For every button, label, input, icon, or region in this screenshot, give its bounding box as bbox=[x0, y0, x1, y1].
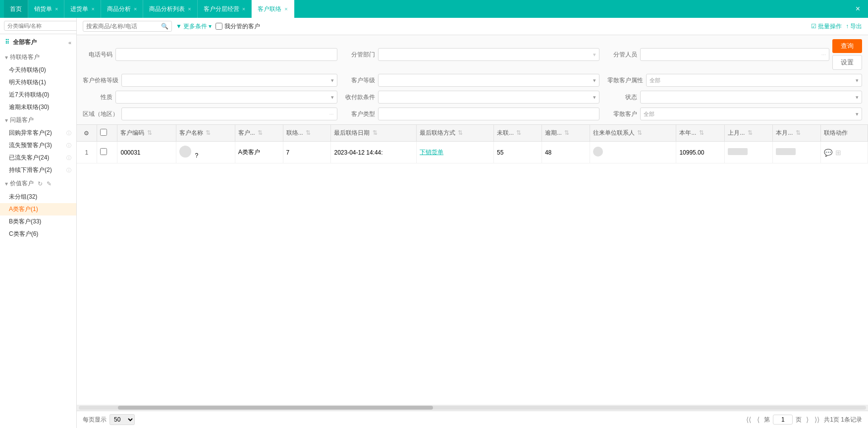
sidebar-item-churned[interactable]: 已流失客户(24) ⓘ bbox=[0, 152, 76, 164]
filter-phone-input[interactable] bbox=[115, 48, 337, 61]
th-last-contact-date[interactable]: 最后联络日期 ⇅ bbox=[331, 125, 417, 142]
filter-row-customer-level: 客户等级 ▾ bbox=[345, 74, 600, 87]
th-code[interactable]: 客户编码 ⇅ bbox=[117, 125, 176, 142]
tab-customer-contact-close[interactable]: × bbox=[284, 6, 287, 12]
last-page-btn[interactable]: ⟩⟩ bbox=[813, 416, 821, 424]
qr-icon[interactable]: ⊞ bbox=[835, 149, 841, 157]
arrow-icon-problem: ▾ bbox=[5, 117, 8, 124]
my-customers-checkbox[interactable]: 我分管的客户 bbox=[216, 22, 260, 31]
footer-left: 每页显示 50 20 100 bbox=[83, 414, 135, 425]
export-btn[interactable]: ↑ 导出 bbox=[846, 22, 862, 31]
th-overdue[interactable]: 逾期... ⇅ bbox=[542, 125, 590, 142]
tab-goods-list-close[interactable]: × bbox=[188, 6, 191, 12]
tab-customer-contact[interactable]: 客户联络 × bbox=[252, 0, 294, 18]
tab-goods-analysis-close[interactable]: × bbox=[134, 6, 137, 12]
sidebar-item-churn-warning[interactable]: 流失预警客户(3) ⓘ bbox=[0, 139, 76, 152]
filter-customer-type-input[interactable] bbox=[378, 107, 600, 120]
close-all-button[interactable]: × bbox=[852, 4, 864, 13]
tab-purchase[interactable]: 进货单 × bbox=[64, 0, 101, 18]
sidebar-item-a-class[interactable]: A类客户(1) bbox=[0, 203, 76, 215]
next-page-btn[interactable]: ⟩ bbox=[805, 416, 810, 424]
select-all-checkbox[interactable] bbox=[100, 129, 107, 136]
last-month-placeholder bbox=[728, 148, 748, 155]
sidebar-item-c-class[interactable]: C类客户(6) bbox=[0, 228, 76, 240]
filter-payment-select[interactable]: ▾ bbox=[378, 91, 600, 104]
sidebar-item-repurchase-abnormal[interactable]: 回购异常客户(2) ⓘ bbox=[0, 127, 76, 139]
settings-button[interactable]: 设置 bbox=[832, 55, 862, 70]
avatar bbox=[179, 146, 191, 158]
edit-icon[interactable]: ✎ bbox=[47, 180, 52, 187]
filter-region-select[interactable]: ··· bbox=[121, 107, 337, 120]
prev-page-btn[interactable]: ⟨ bbox=[756, 416, 761, 424]
th-this-year[interactable]: 本年... ⇅ bbox=[676, 125, 725, 142]
batch-ops-btn[interactable]: ☑ 批量操作 bbox=[811, 22, 842, 31]
first-page-btn[interactable]: ⟨⟨ bbox=[745, 416, 753, 424]
filter-status-select[interactable]: ▾ bbox=[640, 91, 862, 104]
sidebar-item-b-class[interactable]: B类客户(33) bbox=[0, 215, 76, 228]
filter-retail-attr-select[interactable]: 全部 ▾ bbox=[646, 74, 862, 87]
th-contact-count[interactable]: 联络... ⇅ bbox=[283, 125, 331, 142]
filter-label-phone: 电话号码 bbox=[83, 51, 112, 59]
scrollbar-track bbox=[79, 406, 866, 410]
th-settings[interactable]: ⚙ bbox=[77, 125, 97, 142]
sidebar-collapse-icon[interactable]: « bbox=[68, 40, 71, 46]
settings-icon[interactable]: ⚙ bbox=[84, 130, 89, 137]
tab-customer-contact-label: 客户联络 bbox=[258, 5, 281, 13]
tab-customer-tier-close[interactable]: × bbox=[242, 6, 245, 12]
table-footer: 每页显示 50 20 100 ⟨⟨ ⟨ 第 页 ⟩ ⟩⟩ 共1页 1条记录 bbox=[77, 411, 868, 428]
scrollbar-thumb[interactable] bbox=[118, 406, 433, 410]
my-customers-check[interactable] bbox=[216, 23, 222, 30]
th-last-month[interactable]: 上月... ⇅ bbox=[725, 125, 773, 142]
filter-customer-level-select[interactable]: ▾ bbox=[378, 74, 600, 87]
filter-row-dept: 分管部门 ▾ bbox=[345, 39, 600, 70]
page-number-input[interactable] bbox=[773, 415, 793, 425]
filter-search-icon[interactable]: 🔍 bbox=[161, 23, 168, 30]
query-button[interactable]: 查询 bbox=[832, 39, 862, 53]
sidebar-item-ungrouped[interactable]: 未分组(32) bbox=[0, 191, 76, 203]
section-pending-contact[interactable]: ▾ 待联络客户 bbox=[0, 51, 76, 64]
tab-purchase-close[interactable]: × bbox=[91, 6, 94, 12]
per-page-label: 每页显示 bbox=[83, 416, 107, 424]
filter-retail-customer-select[interactable]: 全部 ▾ bbox=[640, 107, 862, 120]
th-last-contact-type[interactable]: 最后联络方式 ⇅ bbox=[417, 125, 494, 142]
filter-label-retail-customer: 零散客户 bbox=[607, 110, 637, 118]
th-uncontacted[interactable]: 未联... ⇅ bbox=[494, 125, 542, 142]
sidebar-item-tomorrow[interactable]: 明天待联络(1) bbox=[0, 76, 76, 89]
th-level[interactable]: 客户... ⇅ bbox=[235, 125, 283, 142]
tab-goods-analysis[interactable]: 商品分析 × bbox=[101, 0, 143, 18]
sidebar-item-today[interactable]: 今天待联络(0) bbox=[0, 64, 76, 76]
per-page-select[interactable]: 50 20 100 bbox=[109, 414, 135, 425]
cell-checkbox[interactable] bbox=[97, 142, 117, 163]
sidebar-all-customers-header[interactable]: ⠿ 全部客户 « bbox=[0, 34, 76, 51]
tab-home[interactable]: 首页 bbox=[4, 0, 28, 18]
tab-goods-list[interactable]: 商品分析列表 × bbox=[143, 0, 197, 18]
sidebar-item-7days[interactable]: 近7天待联络(0) bbox=[0, 89, 76, 101]
cell-this-year: 10995.00 bbox=[676, 142, 725, 163]
th-contact-person[interactable]: 往来单位联系人 ⇅ bbox=[590, 125, 676, 142]
query-settings-btns: 查询 设置 bbox=[832, 39, 862, 70]
th-checkbox[interactable] bbox=[97, 125, 117, 142]
sort-icon-contact-person: ⇅ bbox=[637, 129, 642, 136]
tab-sales[interactable]: 销货单 × bbox=[28, 0, 64, 18]
th-name[interactable]: 客户名称 ⇅ bbox=[176, 125, 235, 142]
th-this-month[interactable]: 本月... ⇅ bbox=[773, 125, 821, 142]
filter-nature-select[interactable]: ▾ bbox=[115, 91, 337, 104]
filter-price-level-select[interactable]: ▾ bbox=[121, 74, 337, 87]
tab-customer-tier[interactable]: 客户分层经营 × bbox=[198, 0, 252, 18]
sidebar-search-input[interactable] bbox=[4, 21, 77, 31]
horizontal-scrollbar[interactable] bbox=[77, 405, 868, 411]
row-checkbox[interactable] bbox=[100, 148, 107, 155]
filter-dept-select[interactable]: ▾ bbox=[378, 48, 600, 61]
filter-person-select[interactable]: ··· bbox=[640, 48, 829, 61]
refresh-icon[interactable]: ↻ bbox=[38, 180, 43, 187]
section-value-customers[interactable]: ▾ 价值客户 ↻ ✎ bbox=[0, 176, 76, 191]
message-icon[interactable]: 💬 bbox=[824, 149, 832, 157]
tab-sales-close[interactable]: × bbox=[55, 6, 58, 12]
sidebar-item-declining[interactable]: 持续下滑客户(2) ⓘ bbox=[0, 164, 76, 176]
cell-last-contact-type[interactable]: 下销货单 bbox=[417, 142, 494, 163]
filter-more-btn[interactable]: ▼ 更多条件 ▾ bbox=[176, 22, 212, 31]
sidebar-item-overdue[interactable]: 逾期未联络(30) bbox=[0, 101, 76, 113]
section-problem-customers[interactable]: ▾ 问题客户 bbox=[0, 113, 76, 127]
filter-row-person: 分管人员 ··· 查询 设置 bbox=[607, 39, 862, 70]
filter-search-input[interactable] bbox=[86, 23, 161, 30]
